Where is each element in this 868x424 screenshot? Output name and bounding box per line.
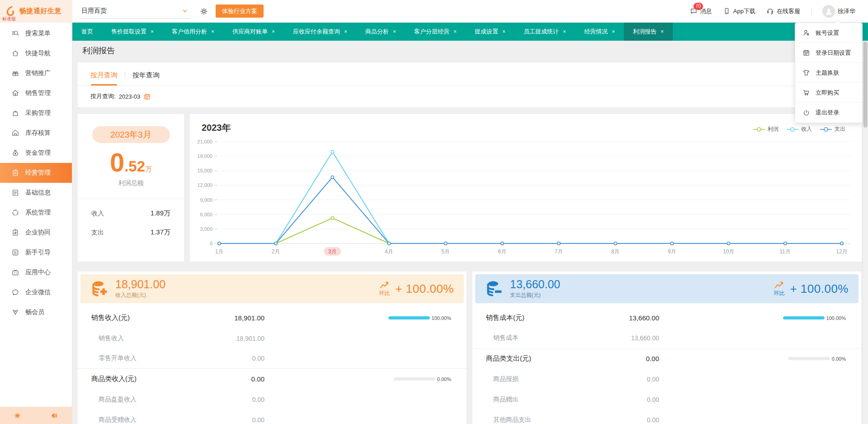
close-tab-icon[interactable]: × — [502, 29, 505, 35]
home-icon — [11, 49, 19, 57]
nav-tab[interactable]: 提成设置× — [466, 23, 514, 41]
scrollbar-track[interactable] — [863, 23, 868, 424]
progress-percent-label: 0.00% — [832, 356, 846, 362]
nav-tab[interactable]: 员工提成统计× — [514, 23, 575, 41]
sidebar-item[interactable]: 营销推广 — [0, 63, 72, 83]
report-row: 商品类支出(元)0.000.00% — [472, 348, 861, 369]
expense-mom-icon-block: 环比 — [774, 281, 784, 297]
report-row: 销售成本13,660.00 — [472, 328, 861, 348]
app-download-button[interactable]: App下载 — [723, 7, 755, 15]
chevron-down-icon — [181, 7, 189, 14]
close-tab-icon[interactable]: × — [272, 29, 275, 35]
profit-summary-card: 2023年3月 0.52万 利润总额 收入1.89万支出1.37万 — [78, 114, 184, 262]
purchase-icon — [11, 109, 19, 117]
report-row: 销售收入(元)18,901.00100.00% — [78, 308, 467, 328]
settings-gear-icon[interactable] — [199, 7, 208, 16]
summary-row: 收入1.89万 — [78, 209, 184, 218]
sidebar-item[interactable]: 经营管理 — [0, 163, 72, 183]
close-tab-icon[interactable]: × — [563, 29, 566, 35]
messages-button[interactable]: 70 消息 — [690, 7, 712, 15]
report-row: 商品报损0.00 — [472, 369, 861, 389]
nav-tab[interactable]: 售价提取设置× — [102, 23, 163, 41]
user-menu-item[interactable]: 账号设置 — [795, 23, 862, 43]
close-tab-icon[interactable]: × — [393, 29, 396, 35]
trend-up-icon — [774, 281, 784, 289]
calendar-icon[interactable] — [143, 93, 151, 100]
user-menu-item-label: 退出登录 — [816, 109, 839, 117]
user-menu-item[interactable]: 立即购买 — [795, 83, 862, 103]
legend-item[interactable]: 收入 — [787, 125, 812, 133]
legend-item[interactable]: 支出 — [820, 125, 845, 133]
income-mom-block: 环比 + 100.00% — [379, 281, 454, 297]
sidebar-item[interactable]: 资金管理 — [0, 143, 72, 163]
report-row-value: 18,901.00 — [78, 314, 264, 322]
nav-tab-label: 员工提成统计 — [524, 28, 559, 36]
nav-tab[interactable]: 客户信用分析× — [163, 23, 223, 41]
expense-table: 销售成本(元)13,660.00100.00%销售成本13,660.00商品类支… — [472, 308, 861, 424]
sidebar-item[interactable]: 库存核算 — [0, 123, 72, 143]
close-tab-icon[interactable]: × — [151, 29, 154, 35]
nav-tab[interactable]: 应收应付余额查询× — [284, 23, 356, 41]
progress-bar — [394, 377, 435, 381]
report-row-value: 0.00 — [472, 396, 659, 403]
user-menu-item-label: 立即购买 — [816, 89, 839, 97]
nav-tab[interactable]: 客户分层经营× — [405, 23, 466, 41]
nav-tab-label: 提成设置 — [475, 28, 498, 36]
progress-bar — [388, 316, 430, 319]
sidebar-item-label: 应用中心 — [25, 268, 51, 276]
report-row-value: 0.00 — [472, 416, 659, 424]
tab-query-by-year[interactable]: 按年查询 — [132, 71, 160, 86]
sidebar-item[interactable]: 快捷导航 — [0, 43, 72, 63]
system-icon — [11, 209, 19, 217]
sidebar-settings-gear-icon[interactable] — [14, 412, 21, 419]
user-menu-item-label: 登录日期设置 — [816, 49, 851, 57]
svg-text:6,000: 6,000 — [200, 212, 212, 217]
close-tab-icon[interactable]: × — [453, 29, 457, 35]
sidebar-item[interactable]: 系统管理 — [0, 203, 72, 223]
user-account[interactable]: 徐泽华 — [822, 5, 855, 18]
tab-query-by-month[interactable]: 按月查询 — [90, 71, 118, 86]
report-row-progress: 100.00% — [783, 315, 846, 321]
legend-item[interactable]: 利润 — [753, 125, 778, 133]
close-tab-icon[interactable]: × — [612, 29, 615, 35]
expense-total-block: 13,660.00 支出总额(元) — [510, 278, 560, 299]
sidebar-item[interactable]: 销售管理 — [0, 83, 72, 103]
close-tab-icon[interactable]: × — [660, 29, 664, 35]
collapse-sidebar-icon[interactable] — [51, 412, 58, 419]
sidebar-item[interactable]: 采购管理 — [0, 103, 72, 123]
user-menu-item[interactable]: 登录日期设置 — [795, 43, 862, 63]
nav-tab-label: 商品分析 — [365, 28, 389, 36]
user-menu-item[interactable]: 主题换肤 — [795, 63, 862, 83]
svg-text:5月: 5月 — [441, 248, 450, 255]
nav-tab[interactable]: 首页 — [72, 23, 102, 41]
sidebar-item[interactable]: 企业协同 — [0, 223, 72, 243]
sidebar-item-label: 快捷导航 — [25, 49, 51, 57]
close-tab-icon[interactable]: × — [211, 29, 214, 35]
nav-tab[interactable]: 商品分析× — [356, 23, 405, 41]
sidebar-footer — [0, 407, 72, 424]
trial-plan-button[interactable]: 体验行业方案 — [216, 5, 264, 18]
sidebar-item-label: 新手引导 — [25, 248, 51, 257]
sidebar-item[interactable]: 新新手引导 — [0, 243, 72, 262]
scrollbar-thumb[interactable] — [863, 42, 868, 128]
nav-tab[interactable]: 利润报告× — [624, 23, 673, 41]
close-tab-icon[interactable]: × — [344, 29, 347, 35]
app-title: 畅捷通好生意 — [19, 7, 61, 15]
user-menu-item[interactable]: 退出登录 — [795, 103, 862, 123]
sidebar-item[interactable]: 畅会员 — [0, 302, 72, 322]
nav-tab-label: 售价提取设置 — [111, 28, 146, 36]
support-label: 在线客服 — [777, 7, 800, 15]
nav-tab[interactable]: 经营情况× — [575, 23, 624, 41]
sidebar-item[interactable]: 应用中心 — [0, 262, 72, 282]
summary-row-label: 支出 — [91, 229, 104, 237]
sidebar-item[interactable]: 基础信息 — [0, 183, 72, 203]
company-select[interactable]: 日用百货 — [80, 4, 190, 19]
sidebar-item[interactable]: 企业微信 — [0, 282, 72, 302]
legend-marker-icon — [753, 127, 765, 132]
sidebar-item[interactable]: 搜索菜单 — [0, 24, 72, 43]
support-button[interactable]: 在线客服 — [766, 7, 800, 15]
app-logo[interactable]: 畅捷通好生意 标准版 — [0, 0, 72, 23]
nav-tab[interactable]: 供应商对账单× — [223, 23, 284, 41]
query-date-value[interactable]: 2023-03 — [119, 93, 141, 100]
sidebar-item-label: 搜索菜单 — [25, 29, 51, 38]
